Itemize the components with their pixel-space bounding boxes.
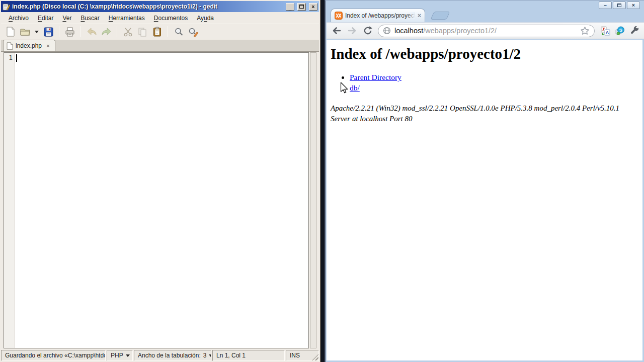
- wrench-icon: [630, 26, 639, 36]
- server-signature: Apache/2.2.21 (Win32) mod_ssl/2.2.21 Ope…: [331, 103, 638, 124]
- back-arrow-icon: [332, 26, 342, 35]
- new-document-button[interactable]: [4, 25, 17, 38]
- chrome-maximize-button[interactable]: [613, 2, 626, 9]
- find-magnifier-icon: [174, 27, 184, 37]
- gedit-window: index.php (Disco local (C:) \xampp\htdoc…: [0, 0, 321, 362]
- find-replace-button[interactable]: [187, 25, 200, 38]
- parent-directory-link[interactable]: Parent Directory: [350, 73, 401, 81]
- gedit-app-icon: [3, 3, 10, 11]
- directory-listing: Parent Directory db/: [331, 73, 638, 93]
- language-selector[interactable]: PHP: [107, 350, 133, 361]
- svg-text:S: S: [619, 27, 622, 33]
- chrome-close-button[interactable]: ×: [627, 2, 640, 9]
- url-bar[interactable]: localhost/webapps/proyecto1/2/: [378, 25, 595, 37]
- toolbar-separator: [80, 26, 81, 37]
- menu-ayuda[interactable]: Ayuda: [192, 14, 218, 23]
- undo-button: [85, 25, 98, 38]
- gedit-titlebar[interactable]: index.php (Disco local (C:) \xampp\htdoc…: [1, 1, 319, 12]
- open-dropdown-button[interactable]: [33, 25, 40, 38]
- reload-button[interactable]: [362, 25, 373, 36]
- skype-extension-button[interactable]: S: [615, 26, 625, 36]
- undo-icon: [87, 27, 97, 36]
- line-number: 1: [9, 54, 13, 61]
- toolbar-separator: [168, 26, 168, 37]
- chevron-down-icon: [209, 354, 211, 357]
- cursor-position: Ln 1, Col 1: [212, 350, 285, 361]
- menu-ver[interactable]: Ver: [58, 14, 76, 23]
- browser-toolbar: localhost/webapps/proyecto1/2/ A S: [327, 22, 644, 39]
- copy-icon: [138, 27, 147, 37]
- gedit-close-button[interactable]: ×: [309, 3, 317, 11]
- chrome-window-controls: – ×: [599, 2, 640, 9]
- url-text: localhost/webapps/proyecto1/2/: [394, 27, 497, 35]
- cut-scissors-icon: [123, 27, 133, 37]
- url-path: /webapps/proyecto1/2/: [423, 27, 497, 35]
- menu-archivo[interactable]: Archivo: [4, 14, 33, 23]
- menu-documentos[interactable]: Documentos: [149, 14, 192, 23]
- tab-width-selector[interactable]: Ancho de la tabulación: 3: [134, 350, 211, 361]
- new-document-icon: [6, 27, 15, 37]
- tab-label: index.php: [16, 42, 42, 49]
- copy-button: [136, 25, 149, 38]
- xampp-favicon: [335, 12, 343, 20]
- forward-button[interactable]: [347, 25, 358, 36]
- find-button[interactable]: [172, 25, 185, 38]
- text-area[interactable]: [15, 53, 308, 348]
- gedit-text-editor[interactable]: 1: [4, 52, 309, 348]
- open-button[interactable]: [19, 25, 32, 38]
- document-icon: [7, 42, 13, 50]
- gedit-window-title: index.php (Disco local (C:) \xampp\htdoc…: [12, 3, 283, 10]
- translator-icon: A: [601, 26, 610, 36]
- gedit-minimize-button[interactable]: _: [286, 3, 294, 11]
- bookmark-star-button[interactable]: [580, 26, 590, 35]
- reload-icon: [363, 26, 373, 36]
- save-button[interactable]: [42, 25, 55, 38]
- globe-icon: [383, 27, 391, 35]
- maximize-icon: [617, 4, 621, 7]
- tab-close-icon[interactable]: ×: [44, 42, 52, 50]
- settings-wrench-button[interactable]: [629, 26, 639, 36]
- tab-index-php[interactable]: index.php ×: [3, 40, 55, 51]
- star-icon: [580, 26, 590, 35]
- list-item: db/: [350, 83, 638, 93]
- new-tab-button[interactable]: [430, 12, 450, 20]
- toolbar-separator: [59, 26, 59, 37]
- menu-editar[interactable]: Editar: [33, 14, 58, 23]
- page-title: Index of /webapps/proyecto1/2: [331, 46, 638, 62]
- svg-text:A: A: [605, 30, 609, 35]
- chevron-down-icon: [126, 354, 130, 357]
- print-icon: [65, 27, 75, 37]
- list-item: Parent Directory: [350, 73, 638, 82]
- gedit-toolbar: [1, 24, 319, 39]
- browser-page: Index of /webapps/proyecto1/2 Parent Dir…: [327, 40, 642, 360]
- tab-title: Index of /webapps/proyecto1/2: [345, 12, 415, 19]
- status-message: Guardando el archivo «C:\xampp\htdoc...: [1, 350, 106, 361]
- chrome-minimize-button[interactable]: –: [599, 2, 612, 9]
- db-directory-link[interactable]: db/: [350, 83, 360, 92]
- translator-extension-button[interactable]: A: [600, 26, 610, 36]
- gedit-menubar: Archivo Editar Ver Buscar Herramientas D…: [1, 13, 319, 23]
- open-folder-icon: [20, 27, 31, 36]
- toolbar-separator: [117, 26, 117, 37]
- print-button[interactable]: [63, 25, 76, 38]
- paste-clipboard-icon: [153, 27, 162, 37]
- back-button[interactable]: [331, 25, 342, 36]
- menu-buscar[interactable]: Buscar: [76, 14, 104, 23]
- gedit-maximize-button[interactable]: [297, 3, 306, 11]
- browser-tab[interactable]: Index of /webapps/proyecto1/2 ×: [331, 9, 425, 22]
- redo-button: [100, 25, 113, 38]
- paste-button[interactable]: [150, 25, 164, 38]
- maximize-icon: [299, 5, 304, 9]
- menu-herramientas[interactable]: Herramientas: [104, 14, 149, 23]
- tab-close-icon[interactable]: ×: [418, 13, 421, 19]
- gedit-statusbar: Guardando el archivo «C:\xampp\htdoc... …: [1, 349, 319, 361]
- line-number-gutter: 1: [4, 53, 15, 348]
- redo-icon: [101, 27, 112, 36]
- forward-arrow-icon: [347, 26, 357, 35]
- editor-scrollbar: [310, 52, 316, 348]
- skype-icon: S: [615, 26, 625, 36]
- text-caret: [16, 54, 17, 62]
- gedit-tabbar: index.php ×: [1, 40, 319, 52]
- chevron-down-icon: [35, 31, 39, 33]
- chrome-window: – × Index of /webapps/proyecto1/2 ×: [325, 0, 644, 362]
